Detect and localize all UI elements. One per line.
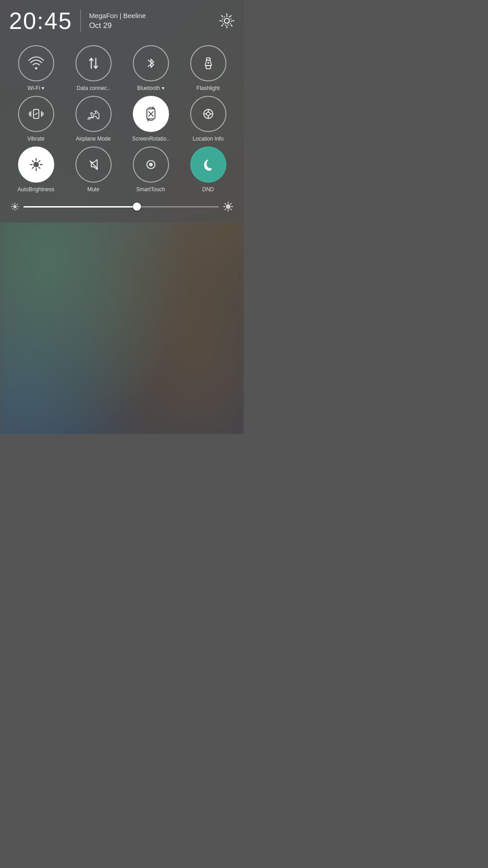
tile-airplane[interactable]: Airplane Mode xyxy=(66,96,120,142)
svg-line-56 xyxy=(230,203,231,204)
auto-brightness-icon xyxy=(28,156,45,173)
tile-vibrate-circle xyxy=(18,96,54,132)
data-connection-icon xyxy=(85,55,102,72)
svg-line-36 xyxy=(32,167,33,169)
tile-location-circle xyxy=(190,96,226,132)
svg-line-12 xyxy=(35,113,38,115)
tile-mute[interactable]: Mute xyxy=(66,146,120,193)
tile-vibrate[interactable]: Vibrate xyxy=(9,96,63,142)
brightness-thumb[interactable] xyxy=(133,203,141,211)
tile-bluetooth[interactable]: Bluetooth ▾ xyxy=(124,45,178,91)
tile-rotation-circle xyxy=(133,96,169,132)
tile-autobrightness-label: AutoBrightness xyxy=(18,186,54,193)
settings-button[interactable] xyxy=(219,13,235,29)
svg-point-40 xyxy=(14,205,17,208)
tile-flashlight[interactable]: Flashlight xyxy=(181,45,235,91)
tile-smarttouch-label: SmartTouch xyxy=(136,186,165,193)
mute-icon xyxy=(85,156,102,173)
airplane-icon xyxy=(85,105,102,123)
svg-point-28 xyxy=(33,162,39,167)
tile-vibrate-label: Vibrate xyxy=(28,136,45,142)
bluetooth-icon xyxy=(142,55,160,72)
control-panel: 20:45 MegaFon | Beeline Oct 29 xyxy=(0,0,244,222)
svg-line-35 xyxy=(38,161,40,162)
svg-line-54 xyxy=(225,203,226,204)
svg-line-46 xyxy=(17,208,18,209)
svg-line-45 xyxy=(12,204,13,205)
date-carrier: MegaFon | Beeline Oct 29 xyxy=(89,12,146,30)
tiles-grid: Wi-Fi ▾ Data connec.. Bluetooth ▾ xyxy=(9,45,235,193)
tile-dnd-circle xyxy=(190,146,226,183)
tile-dnd[interactable]: DND xyxy=(181,146,235,193)
svg-line-17 xyxy=(153,108,155,108)
brightness-low-icon xyxy=(11,203,19,211)
tile-airplane-label: Airplane Mode xyxy=(76,136,111,142)
tile-wifi[interactable]: Wi-Fi ▾ xyxy=(9,45,63,91)
brightness-track[interactable] xyxy=(23,206,219,208)
brightness-high-icon xyxy=(223,202,233,212)
clock: 20:45 xyxy=(9,9,72,33)
dnd-icon xyxy=(200,156,217,173)
header: 20:45 MegaFon | Beeline Oct 29 xyxy=(9,9,235,33)
header-left: 20:45 MegaFon | Beeline Oct 29 xyxy=(9,9,146,33)
header-divider xyxy=(80,9,81,32)
tile-flashlight-circle xyxy=(190,45,226,81)
tile-wifi-label: Wi-Fi ▾ xyxy=(28,85,44,91)
gear-icon xyxy=(219,13,235,29)
tile-rotation-label: ScreenRotatio.. xyxy=(132,136,169,142)
svg-point-39 xyxy=(149,163,153,166)
svg-line-48 xyxy=(12,208,13,209)
tile-smarttouch-circle xyxy=(133,146,169,183)
smart-touch-icon xyxy=(142,156,160,173)
svg-line-55 xyxy=(230,209,231,210)
tile-wifi-circle xyxy=(18,45,54,81)
tile-bluetooth-circle xyxy=(133,45,169,81)
date-text: Oct 29 xyxy=(89,21,146,30)
svg-line-19 xyxy=(147,119,149,120)
svg-line-34 xyxy=(38,167,40,169)
tile-smarttouch[interactable]: SmartTouch xyxy=(124,146,178,193)
brightness-max-icon xyxy=(223,202,233,212)
svg-point-1 xyxy=(222,16,231,25)
tile-flashlight-label: Flashlight xyxy=(197,85,220,91)
brightness-fill xyxy=(23,206,137,208)
tile-bluetooth-label: Bluetooth ▾ xyxy=(137,85,164,91)
svg-line-33 xyxy=(32,161,33,162)
tile-mute-circle xyxy=(75,146,112,183)
tile-airplane-circle xyxy=(75,96,112,132)
tile-dnd-label: DND xyxy=(202,186,214,193)
svg-point-23 xyxy=(206,112,210,116)
flashlight-icon xyxy=(200,55,217,72)
tile-location[interactable]: Location Info xyxy=(181,96,235,142)
tile-data[interactable]: Data connec.. xyxy=(66,45,120,91)
svg-point-0 xyxy=(225,19,230,24)
svg-line-57 xyxy=(225,209,226,210)
tile-autobrightness[interactable]: AutoBrightness xyxy=(9,146,63,193)
carrier-text: MegaFon | Beeline xyxy=(89,12,146,19)
brightness-min-icon xyxy=(11,203,19,211)
tile-autobrightness-circle xyxy=(18,146,54,183)
tile-mute-label: Mute xyxy=(87,186,99,193)
vibrate-icon xyxy=(28,105,45,123)
svg-point-6 xyxy=(207,62,209,64)
brightness-row xyxy=(9,202,235,212)
tile-data-label: Data connec.. xyxy=(76,85,110,91)
tile-location-label: Location Info xyxy=(192,136,224,142)
svg-line-47 xyxy=(17,204,18,205)
screen-rotation-icon xyxy=(142,105,160,123)
tile-rotation[interactable]: ScreenRotatio.. xyxy=(124,96,178,142)
svg-rect-5 xyxy=(206,66,211,69)
wifi-icon xyxy=(28,55,45,72)
tile-data-circle xyxy=(75,45,112,81)
svg-point-49 xyxy=(226,204,230,209)
location-info-icon xyxy=(200,105,217,123)
